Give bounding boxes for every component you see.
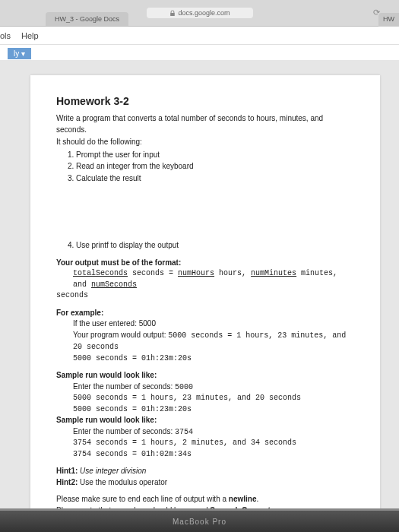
footer1-c: . bbox=[257, 495, 259, 503]
format-heading: Your output must be of the format: bbox=[56, 258, 354, 269]
fmt-numminutes: numMinutes bbox=[251, 269, 296, 277]
step-1: Prompt the user for input bbox=[76, 150, 354, 161]
fmt-totalseconds: totalSeconds bbox=[73, 269, 128, 277]
s1-line2: 5000 seconds = 1 hours, 23 minutes, and … bbox=[73, 393, 354, 404]
url-text: docs.google.com bbox=[178, 9, 230, 17]
format-line-2: seconds bbox=[56, 290, 354, 302]
sample2-heading: Sample run would look like: bbox=[56, 415, 354, 426]
steps-list-cont: Use printf to display the output bbox=[76, 240, 354, 252]
footer2-b: SecondsConverter bbox=[210, 506, 277, 508]
s1-line3: 5000 seconds = 01h:23m:20s bbox=[73, 404, 354, 416]
lock-icon bbox=[169, 10, 175, 16]
s2-line1: Enter the number of seconds: 3754 bbox=[73, 426, 354, 439]
hint2-text: Use the modulus operator bbox=[78, 478, 167, 486]
browser-tab-partial-right[interactable]: HW bbox=[378, 13, 399, 27]
browser-tab-1[interactable]: HW_3 - Google Docs bbox=[46, 12, 128, 26]
hint1-text: Use integer division bbox=[78, 467, 146, 475]
fmt-numseconds: numSeconds bbox=[91, 280, 137, 289]
sample1-heading: Sample run would look like: bbox=[56, 370, 354, 382]
menu-item-help[interactable]: Help bbox=[21, 31, 39, 40]
caret-down-icon: ▾ bbox=[21, 49, 25, 58]
s2-line2: 3754 seconds = 1 hours, 2 minutes, and 3… bbox=[73, 438, 354, 449]
footer-line2: Please note that your class should be na… bbox=[56, 505, 354, 508]
footer1-a: Please make sure to end each line of out… bbox=[56, 495, 229, 503]
hint2: Hint2: Use the modulus operator bbox=[56, 477, 354, 489]
docs-secondary-bar: ly ▾ bbox=[0, 45, 399, 60]
doc-title: Homework 3-2 bbox=[56, 93, 354, 109]
steps-list: Prompt the user for input Read an intege… bbox=[76, 150, 354, 185]
example-heading: For example: bbox=[56, 308, 354, 319]
intro-line-2: It should do the following: bbox=[56, 137, 354, 148]
fmt-txt1: seconds = bbox=[128, 269, 178, 277]
format-line: totalSeconds seconds = numHours hours, n… bbox=[73, 268, 354, 290]
s2-line1-val: 3754 bbox=[175, 428, 193, 436]
menu-item-tools-partial[interactable]: ols bbox=[0, 31, 11, 40]
s1-line1: Enter the number of seconds: 5000 bbox=[73, 382, 354, 394]
tab-bar: HW_3 - Google Docs bbox=[46, 0, 130, 26]
step-4: Use printf to display the output bbox=[76, 240, 354, 252]
only-label: ly bbox=[14, 49, 19, 58]
ex-line2: Your program would output: 5000 seconds … bbox=[73, 330, 354, 353]
ex-line1: If the user entered: 5000 bbox=[73, 318, 354, 330]
ex-line2-prefix: Your program would output: bbox=[73, 331, 168, 339]
footer2-a: Please note that your class should be na… bbox=[56, 506, 210, 508]
intro-line-1: Write a program that converts a total nu… bbox=[56, 113, 354, 135]
footer1-b: newline bbox=[229, 495, 257, 503]
s2-line1-prefix: Enter the number of seconds: bbox=[73, 427, 175, 435]
only-button-partial[interactable]: ly ▾ bbox=[8, 48, 31, 59]
hint1-label: Hint1: bbox=[56, 467, 78, 475]
step-2: Read an integer from the keyboard bbox=[76, 161, 354, 173]
ex-line3: 5000 seconds = 01h:23m:20s bbox=[73, 353, 354, 365]
docs-menu-bar: ols Help bbox=[0, 27, 399, 45]
macbook-label: MacBook Pro bbox=[0, 511, 399, 532]
browser-chrome: HW_3 - Google Docs docs.google.com ⟳ HW bbox=[0, 0, 399, 27]
fmt-txt2: hours, bbox=[214, 269, 251, 277]
s1-line1-prefix: Enter the number of seconds: bbox=[73, 382, 175, 391]
footer2-c: . bbox=[277, 506, 280, 508]
hint2-label: Hint2: bbox=[56, 478, 78, 486]
address-bar[interactable]: docs.google.com bbox=[146, 8, 252, 18]
s1-line1-val: 5000 bbox=[175, 383, 193, 391]
step-3: Calculate the result bbox=[76, 173, 354, 185]
fmt-numhours: numHours bbox=[178, 269, 214, 277]
footer-line1: Please make sure to end each line of out… bbox=[56, 494, 354, 505]
hint1: Hint1: Use integer division bbox=[56, 466, 354, 477]
s2-line3: 3754 seconds = 01h:02m:34s bbox=[73, 449, 354, 461]
document-page[interactable]: Homework 3-2 Write a program that conver… bbox=[30, 75, 380, 508]
document-canvas: Homework 3-2 Write a program that conver… bbox=[0, 60, 399, 508]
